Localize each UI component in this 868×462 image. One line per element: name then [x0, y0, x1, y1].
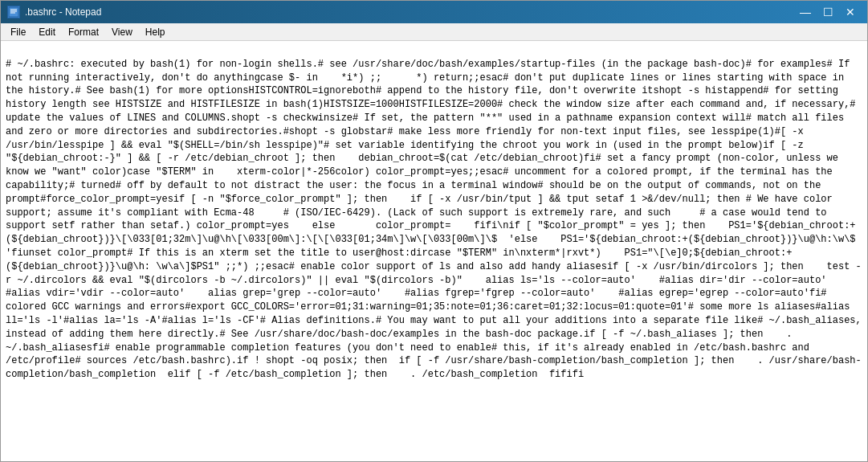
- notepad-icon: [7, 6, 20, 18]
- menu-view[interactable]: View: [105, 23, 139, 40]
- menu-help[interactable]: Help: [139, 23, 172, 40]
- menu-file[interactable]: File: [4, 23, 32, 40]
- svg-rect-0: [9, 7, 18, 17]
- window-title: .bashrc - Notepad: [25, 6, 101, 18]
- text-content[interactable]: # ~/.bashrc: executed by bash(1) for non…: [1, 41, 867, 461]
- notepad-window: .bashrc - Notepad — ☐ ✕ File Edit Format…: [0, 0, 868, 462]
- title-bar-left: .bashrc - Notepad: [7, 6, 101, 18]
- menu-format[interactable]: Format: [62, 23, 105, 40]
- menu-bar: File Edit Format View Help: [1, 23, 867, 41]
- maximize-button[interactable]: ☐: [817, 4, 838, 20]
- menu-edit[interactable]: Edit: [32, 23, 62, 40]
- file-content: # ~/.bashrc: executed by bash(1) for non…: [6, 59, 867, 380]
- minimize-button[interactable]: —: [795, 4, 816, 20]
- window-controls: — ☐ ✕: [795, 4, 861, 20]
- close-button[interactable]: ✕: [840, 4, 861, 20]
- notepad-svg-icon: [8, 6, 19, 18]
- title-bar: .bashrc - Notepad — ☐ ✕: [1, 1, 867, 23]
